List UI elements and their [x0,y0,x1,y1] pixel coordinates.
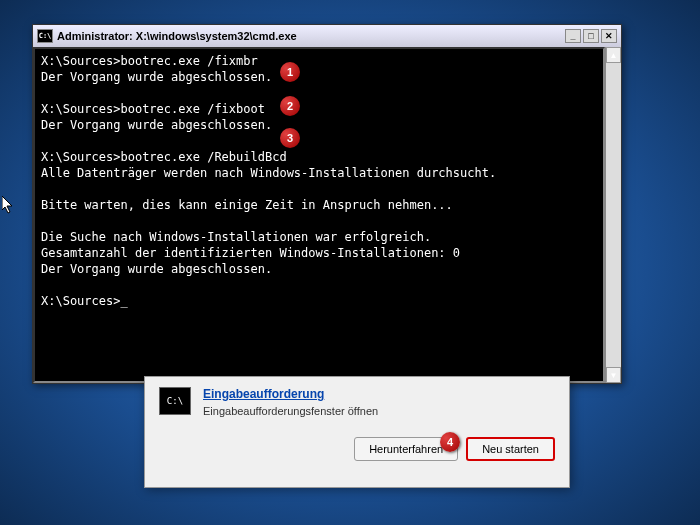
maximize-button[interactable]: □ [583,29,599,43]
annotation-badge-3: 3 [280,128,300,148]
cmd-prompt-icon: C:\ [159,387,191,415]
cmd-icon: C:\ [37,29,53,43]
annotation-badge-4: 4 [440,432,460,452]
window-controls: _ □ ✕ [565,29,617,43]
scroll-up-button[interactable]: ▲ [606,47,621,63]
minimize-button[interactable]: _ [565,29,581,43]
cmd-body: X:\Sources>bootrec.exe /fixmbr Der Vorga… [33,47,621,383]
cmd-titlebar[interactable]: C:\ Administrator: X:\windows\system32\c… [33,25,621,47]
annotation-badge-2: 2 [280,96,300,116]
cmd-window: C:\ Administrator: X:\windows\system32\c… [32,24,622,384]
close-button[interactable]: ✕ [601,29,617,43]
restart-button[interactable]: Neu starten [466,437,555,461]
scroll-down-button[interactable]: ▼ [606,367,621,383]
scrollbar[interactable]: ▲ ▼ [605,47,621,383]
cmd-prompt-desc: Eingabeaufforderungsfenster öffnen [203,405,378,417]
options-dialog: C:\ Eingabeaufforderung Eingabeaufforder… [144,376,570,488]
mouse-cursor [2,196,14,214]
cmd-output[interactable]: X:\Sources>bootrec.exe /fixmbr Der Vorga… [33,47,605,383]
cmd-prompt-link[interactable]: Eingabeaufforderung [203,387,378,401]
cmd-title: Administrator: X:\windows\system32\cmd.e… [57,30,565,42]
annotation-badge-1: 1 [280,62,300,82]
